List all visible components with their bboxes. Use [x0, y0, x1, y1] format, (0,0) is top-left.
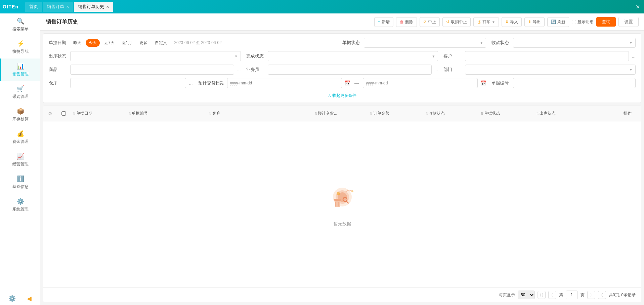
- prev-page-button[interactable]: ⟨: [548, 291, 556, 299]
- sidebar-item-purchase-label: 采购管理: [12, 94, 29, 100]
- col-order-status-header[interactable]: ⇅ 单据状态: [478, 109, 533, 118]
- sidebar-item-system[interactable]: ⚙️ 系统管理: [0, 194, 40, 216]
- sort-order-status-icon: ⇅: [481, 112, 483, 115]
- col-settings-cell[interactable]: ⚙: [43, 109, 57, 118]
- sidebar-item-sales[interactable]: 📊 销售管理: [0, 59, 40, 81]
- cancel-stop-button[interactable]: ↺ 取消中止: [442, 17, 471, 27]
- search-icon: 🔍: [17, 17, 24, 25]
- new-button[interactable]: + 新增: [374, 17, 393, 27]
- page-text: 页: [581, 292, 585, 298]
- date-btn-today[interactable]: 今天: [86, 39, 100, 47]
- lightning-icon: ⚡: [17, 40, 24, 47]
- order-status-select[interactable]: ▼: [364, 38, 486, 48]
- goods-input[interactable]: [70, 65, 234, 75]
- stock-status-select[interactable]: ▼: [70, 51, 241, 61]
- date-btn-more[interactable]: 更多: [136, 39, 151, 47]
- stop-button[interactable]: ⊘ 中止: [420, 17, 440, 27]
- sort-up-down-icon: ⇅: [73, 112, 76, 115]
- date-btn-yesterday[interactable]: 昨天: [70, 39, 84, 47]
- select-all-checkbox[interactable]: [61, 111, 66, 116]
- sidebar-item-purchase[interactable]: 🛒 采购管理: [0, 81, 40, 104]
- sidebar-item-finance[interactable]: 💰 资金管理: [0, 126, 40, 149]
- display-columns-checkbox[interactable]: [572, 20, 576, 24]
- first-page-button[interactable]: ⟨⟨: [538, 291, 546, 299]
- sidebar-item-inventory-label: 库存核算: [12, 116, 29, 122]
- col-pay-status-header[interactable]: ⇅ 收款状态: [423, 109, 478, 118]
- sidebar-item-quick-nav-label: 快捷导航: [12, 49, 29, 54]
- svg-point-10: [351, 190, 353, 192]
- table-area: ⚙ ⇅ 单据日期 ⇅ 单据编号 ⇅ 客户 ⇅: [43, 106, 641, 302]
- column-settings-icon[interactable]: ⚙: [48, 111, 52, 116]
- warehouse-input[interactable]: [70, 78, 186, 88]
- date-filter-label: 单据日期: [49, 40, 68, 46]
- page-size-select[interactable]: 50 10 20 100: [518, 291, 535, 299]
- page-label: 第: [559, 292, 563, 298]
- delivery-date-end-input[interactable]: [363, 78, 478, 88]
- payment-status-select[interactable]: ▼: [513, 38, 636, 48]
- complete-status-select[interactable]: ▼: [268, 51, 438, 61]
- filter-stock-status-item: 出库状态 ▼: [49, 51, 241, 61]
- goods-label: 商品: [49, 67, 68, 73]
- stock-status-label: 出库状态: [49, 53, 68, 59]
- export-button[interactable]: ⬆ 导出: [524, 17, 545, 27]
- col-action-header: 操作: [614, 109, 641, 118]
- refresh-button[interactable]: 🔄 刷新: [547, 17, 569, 27]
- settings-button[interactable]: 设置: [618, 17, 639, 27]
- col-date-header[interactable]: ⇅ 单据日期: [70, 109, 126, 118]
- salesperson-label: 业务员: [246, 67, 265, 73]
- col-customer-header[interactable]: ⇅ 客户: [206, 109, 312, 118]
- warehouse-dots-button[interactable]: ...: [189, 80, 193, 86]
- money-icon: 💰: [17, 130, 24, 138]
- sidebar-item-quick-nav[interactable]: ⚡ 快捷导航: [0, 36, 40, 59]
- date-btn-custom[interactable]: 自定义: [152, 39, 170, 47]
- col-amount-header[interactable]: ⇅ 订单金额: [367, 109, 423, 118]
- import-icon: ⬇: [505, 20, 509, 24]
- query-button[interactable]: 查询: [596, 17, 616, 27]
- collapse-more-button[interactable]: ∧ 收起更多条件: [49, 91, 636, 99]
- last-page-button[interactable]: ⟩⟩: [598, 291, 606, 299]
- tab-sales-order-close[interactable]: ✕: [66, 5, 69, 9]
- delivery-date-start-input[interactable]: [227, 78, 342, 88]
- top-bar: OfTEn 首页 销售订单 ✕ 销售订单历史 ✕ ✕: [0, 0, 644, 13]
- stock-dropdown-arrow: ▼: [234, 54, 238, 58]
- sidebar-item-basic-info[interactable]: ℹ️ 基础信息: [0, 171, 40, 194]
- col-order-no-header[interactable]: ⇅ 单据编号: [126, 109, 206, 118]
- print-button[interactable]: 🖨 打印 ▼: [473, 17, 499, 27]
- sidebar-item-operations[interactable]: 📈 经营管理: [0, 149, 40, 171]
- sidebar-item-search[interactable]: 🔍 搜索菜单: [0, 13, 40, 36]
- sort-stock-status-icon: ⇅: [536, 112, 539, 115]
- delete-button[interactable]: 🗑 删除: [396, 17, 417, 27]
- department-select[interactable]: ▼: [465, 65, 636, 75]
- tab-sales-order-history[interactable]: 销售订单历史 ✕: [74, 2, 113, 12]
- customer-input[interactable]: [465, 51, 629, 61]
- order-no-input[interactable]: [513, 78, 636, 88]
- col-delivery-header[interactable]: ⇅ 预计交货...: [312, 109, 367, 118]
- tab-sales-order[interactable]: 销售订单 ✕: [43, 2, 73, 12]
- goods-dots-button[interactable]: ...: [237, 67, 241, 72]
- page-number-input[interactable]: [566, 291, 578, 299]
- tab-sales-order-history-close[interactable]: ✕: [106, 5, 109, 9]
- sidebar-item-inventory[interactable]: 📦 库存核算: [0, 104, 40, 126]
- col-checkbox-cell[interactable]: [57, 109, 70, 118]
- export-icon: ⬆: [528, 20, 531, 24]
- refresh-icon: 🔄: [551, 20, 556, 24]
- filter-payment-status-item: 收款状态 ▼: [491, 38, 636, 48]
- salesperson-input[interactable]: [268, 65, 432, 75]
- svg-point-5: [337, 192, 340, 195]
- sidebar-item-search-label: 搜索菜单: [12, 26, 29, 32]
- date-btn-1month[interactable]: 近1月: [119, 39, 135, 47]
- sidebar-item-finance-label: 资金管理: [12, 139, 29, 145]
- display-columns-checkbox-label[interactable]: 显示明细: [572, 19, 594, 25]
- customer-dots-button[interactable]: ...: [632, 53, 636, 59]
- tab-home[interactable]: 首页: [25, 2, 42, 12]
- salesperson-dots-button[interactable]: ...: [434, 67, 438, 72]
- sidebar-gear-icon[interactable]: ⚙️: [8, 295, 16, 302]
- next-page-button[interactable]: ⟩: [587, 291, 595, 299]
- import-button[interactable]: ⬇ 导入: [502, 17, 522, 27]
- col-stock-status-header[interactable]: ⇅ 出库状态: [533, 109, 614, 118]
- sidebar-collapse-icon[interactable]: ◀: [27, 295, 32, 302]
- main-layout: 🔍 搜索菜单 ⚡ 快捷导航 📊 销售管理 🛒 采购管理 📦 库存核算 💰 资金管…: [0, 13, 644, 305]
- window-close-button[interactable]: ✕: [634, 2, 641, 11]
- date-btn-7days[interactable]: 近7天: [101, 39, 118, 47]
- department-label: 部门: [443, 67, 462, 73]
